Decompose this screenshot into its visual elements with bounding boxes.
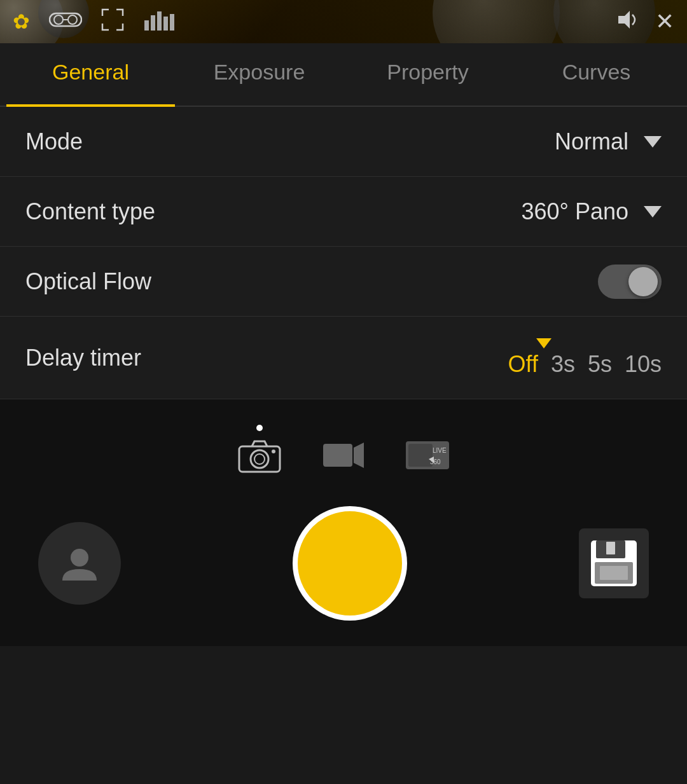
flower-icon[interactable]: ✿ xyxy=(13,10,30,34)
content-type-dropdown[interactable]: 360° Pano xyxy=(521,198,662,225)
expand-icon[interactable] xyxy=(101,8,124,36)
optical-flow-label: Optical Flow xyxy=(25,268,151,295)
optical-flow-setting: Optical Flow xyxy=(0,247,687,317)
svg-marker-15 xyxy=(354,443,364,468)
vr-icon[interactable] xyxy=(49,10,82,34)
photo-mode-button[interactable] xyxy=(237,425,282,474)
avatar-icon xyxy=(57,541,102,586)
camera-photo-icon xyxy=(237,436,282,474)
content-type-dropdown-arrow xyxy=(644,206,662,217)
shutter-button[interactable] xyxy=(293,506,407,621)
svg-point-20 xyxy=(71,549,88,567)
live360-mode-button[interactable]: LIVE 360 xyxy=(405,425,450,474)
tab-exposure[interactable]: Exposure xyxy=(175,43,344,106)
optical-flow-toggle[interactable] xyxy=(598,265,662,299)
svg-point-2 xyxy=(68,15,77,24)
toggle-knob xyxy=(628,267,658,296)
video-mode-button[interactable] xyxy=(321,425,366,474)
close-icon[interactable]: ✕ xyxy=(655,8,674,36)
action-row xyxy=(0,493,687,646)
svg-point-12 xyxy=(254,454,265,464)
mode-dropdown-arrow xyxy=(644,136,662,148)
right-icons: ✕ xyxy=(614,8,674,36)
video-icon xyxy=(321,436,366,474)
svg-rect-17 xyxy=(408,444,433,467)
svg-marker-9 xyxy=(618,11,630,29)
bottom-controls: LIVE 360 xyxy=(0,399,687,646)
photo-mode-dot xyxy=(256,425,263,431)
svg-point-11 xyxy=(251,450,268,468)
save-button[interactable] xyxy=(579,528,649,598)
delay-off[interactable]: Off xyxy=(508,351,538,378)
left-icons: ✿ xyxy=(13,8,176,36)
delay-10s[interactable]: 10s xyxy=(625,351,662,378)
svg-rect-8 xyxy=(170,14,174,31)
svg-rect-6 xyxy=(157,11,162,31)
delay-options: Off 3s 5s 10s xyxy=(508,351,662,378)
delay-timer-control: Off 3s 5s 10s xyxy=(508,338,662,378)
tab-general[interactable]: General xyxy=(6,43,175,106)
delay-3s[interactable]: 3s xyxy=(551,351,575,378)
mode-dropdown[interactable]: Normal xyxy=(555,128,662,155)
svg-point-13 xyxy=(272,450,275,453)
chart-icon[interactable] xyxy=(143,9,176,34)
mode-setting: Mode Normal xyxy=(0,107,687,177)
capture-mode-selector: LIVE 360 xyxy=(0,412,687,493)
svg-rect-25 xyxy=(600,566,628,580)
delay-timer-setting: Delay timer Off 3s 5s 10s xyxy=(0,317,687,399)
svg-rect-4 xyxy=(144,20,149,31)
delay-5s[interactable]: 5s xyxy=(588,351,612,378)
settings-panel: Mode Normal Content type 360° Pano Optic… xyxy=(0,107,687,399)
delay-indicator-arrow xyxy=(536,338,552,348)
avatar-button[interactable] xyxy=(38,522,121,605)
content-type-label: Content type xyxy=(25,198,155,225)
volume-icon[interactable] xyxy=(614,8,640,36)
svg-rect-14 xyxy=(323,444,352,467)
svg-rect-23 xyxy=(606,542,615,554)
tab-bar: General Exposure Property Curves xyxy=(0,43,687,107)
tab-curves[interactable]: Curves xyxy=(512,43,681,106)
delay-timer-label: Delay timer xyxy=(25,345,141,371)
svg-point-1 xyxy=(54,15,63,24)
camera-preview: ✿ xyxy=(0,0,687,43)
content-type-setting: Content type 360° Pano xyxy=(0,177,687,247)
tab-property[interactable]: Property xyxy=(344,43,512,106)
svg-text:LIVE: LIVE xyxy=(433,447,447,454)
save-icon xyxy=(588,538,639,589)
svg-rect-7 xyxy=(163,17,168,31)
svg-rect-5 xyxy=(151,15,155,31)
live360-icon: LIVE 360 xyxy=(405,436,450,474)
mode-label: Mode xyxy=(25,128,83,155)
